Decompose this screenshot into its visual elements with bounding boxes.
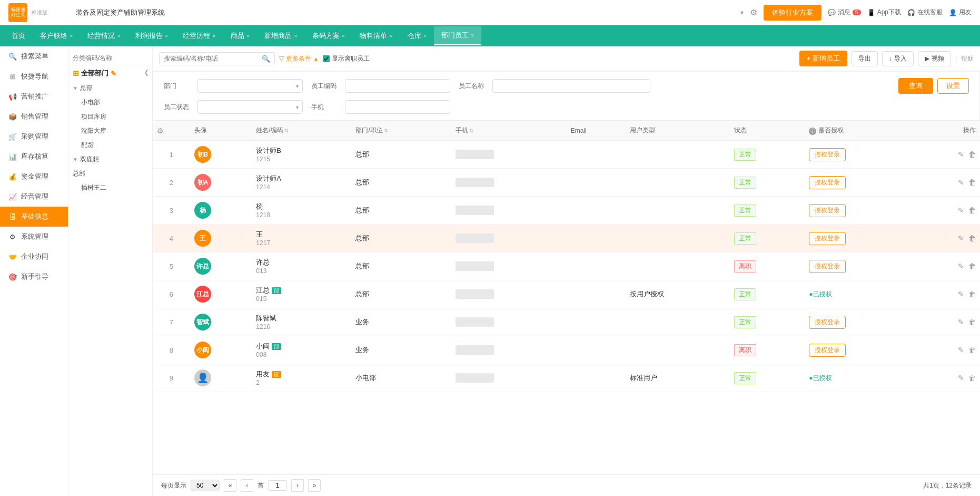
- nav-tab-利润报告[interactable]: 利润报告×: [128, 27, 175, 45]
- dept-item-配货[interactable]: 配货: [68, 138, 152, 152]
- sidebar-item-采购管理[interactable]: 🛒采购管理: [0, 127, 68, 147]
- emp-status-select[interactable]: [197, 100, 303, 114]
- sidebar-item-库存核算[interactable]: 📊库存核算: [0, 147, 68, 167]
- sidebar-item-销售管理[interactable]: 📦销售管理: [0, 106, 68, 127]
- first-page-btn[interactable]: «: [224, 479, 236, 492]
- delete-icon[interactable]: 🗑: [968, 234, 976, 242]
- sidebar-item-系统管理[interactable]: ⚙系统管理: [0, 227, 68, 247]
- sidebar-item-资金管理[interactable]: 💰资金管理: [0, 167, 68, 187]
- nav-tab-首页[interactable]: 首页: [4, 27, 33, 45]
- collapse-dept-btn[interactable]: 《: [141, 69, 148, 78]
- nav-tab-物料清单[interactable]: 物料清单×: [352, 27, 400, 45]
- dept-select[interactable]: [197, 79, 303, 93]
- edit-icon[interactable]: ✎: [958, 374, 964, 382]
- close-tab-icon[interactable]: ×: [342, 33, 345, 39]
- auth-info-icon[interactable]: ⓘ: [809, 128, 816, 135]
- close-tab-icon[interactable]: ×: [117, 33, 120, 39]
- dept-item-插树王二[interactable]: 插树王二: [68, 181, 152, 195]
- close-tab-icon[interactable]: ×: [212, 33, 215, 39]
- message-btn[interactable]: 💬 消息 5: [828, 8, 861, 17]
- page-size-select[interactable]: 50 10 20 100: [191, 480, 220, 491]
- delete-icon[interactable]: 🗑: [968, 206, 976, 215]
- dept-item-总部[interactable]: 总部: [68, 167, 152, 181]
- col-name-sort[interactable]: 姓名/编码: [256, 126, 347, 135]
- delete-icon[interactable]: 🗑: [968, 346, 976, 354]
- page-input[interactable]: [268, 480, 287, 491]
- edit-icon[interactable]: ✎: [958, 206, 964, 215]
- auth-login-btn[interactable]: 授权登录: [809, 232, 846, 245]
- col-phone-sort[interactable]: 手机: [456, 126, 562, 135]
- dept-item-项目库房[interactable]: 项目库房: [68, 110, 152, 124]
- add-employee-button[interactable]: + 新增员工: [799, 51, 847, 66]
- close-tab-icon[interactable]: ×: [165, 33, 168, 39]
- auth-login-btn[interactable]: 授权登录: [809, 344, 846, 357]
- trial-button[interactable]: 体验行业方案: [764, 5, 821, 21]
- more-filter-btn[interactable]: ▽ 更多条件 ▲: [279, 54, 319, 63]
- edit-icon[interactable]: ✎: [958, 346, 964, 354]
- auth-login-btn[interactable]: 授权登录: [809, 260, 846, 273]
- close-tab-icon[interactable]: ×: [70, 33, 73, 39]
- sidebar-item-快捷导航[interactable]: ⊞快捷导航: [0, 66, 68, 86]
- delete-icon[interactable]: 🗑: [968, 290, 976, 298]
- nav-tab-商品[interactable]: 商品×: [223, 27, 257, 45]
- help-btn[interactable]: 帮助: [961, 54, 974, 63]
- phone-input[interactable]: [345, 100, 450, 114]
- nav-tab-经营历程[interactable]: 经营历程×: [175, 27, 223, 45]
- sidebar-item-经营管理[interactable]: 📈经营管理: [0, 187, 68, 207]
- close-tab-icon[interactable]: ×: [423, 33, 427, 39]
- sidebar-item-基础信息[interactable]: 🗄基础信息: [0, 207, 68, 227]
- auth-login-btn[interactable]: 授权登录: [809, 204, 846, 217]
- app-download-btn[interactable]: 📱 App下载: [867, 8, 901, 17]
- dropdown-btn[interactable]: ▾: [740, 9, 744, 16]
- sidebar-item-新手引导[interactable]: 🎯新手引导: [0, 267, 68, 287]
- export-button[interactable]: 导出: [852, 51, 878, 66]
- edit-icon[interactable]: ✎: [958, 234, 964, 242]
- delete-icon[interactable]: 🗑: [968, 150, 976, 159]
- edit-icon[interactable]: ✎: [958, 262, 964, 270]
- edit-icon[interactable]: ✎: [958, 150, 964, 159]
- delete-icon[interactable]: 🗑: [968, 374, 976, 382]
- sidebar-item-营销推广[interactable]: 📢营销推广: [0, 86, 68, 106]
- auth-login-btn[interactable]: 授权登录: [809, 316, 846, 329]
- auth-login-btn[interactable]: 授权登录: [809, 148, 846, 161]
- sidebar-item-企业协同[interactable]: 🤝企业协同: [0, 247, 68, 267]
- close-tab-icon[interactable]: ×: [389, 33, 392, 39]
- next-page-btn[interactable]: ›: [291, 479, 304, 492]
- last-page-btn[interactable]: »: [308, 479, 321, 492]
- nav-tab-新增商品[interactable]: 新增商品×: [257, 27, 304, 45]
- settings-icon[interactable]: ⚙: [750, 7, 757, 17]
- nav-tab-条码方案[interactable]: 条码方案×: [305, 27, 352, 45]
- nav-tab-经营情况[interactable]: 经营情况×: [80, 27, 127, 45]
- dept-item-沈阳大库[interactable]: 沈阳大库: [68, 124, 152, 138]
- nav-tab-客户联络[interactable]: 客户联络×: [33, 27, 80, 45]
- emp-code-input[interactable]: [345, 79, 450, 93]
- col-dept-sort[interactable]: 部门/职位: [355, 126, 447, 135]
- delete-icon[interactable]: 🗑: [968, 318, 976, 326]
- nav-tab-部门员工[interactable]: 部门员工×: [434, 26, 481, 45]
- dept-search-input[interactable]: [73, 54, 152, 62]
- table-settings-icon[interactable]: ⚙: [157, 127, 164, 135]
- close-tab-icon[interactable]: ×: [246, 33, 250, 39]
- edit-icon[interactable]: ✎: [958, 178, 964, 187]
- user-btn[interactable]: 👤 用友: [949, 8, 972, 17]
- emp-name-input[interactable]: [492, 79, 650, 93]
- dept-item-总部[interactable]: ▼总部: [68, 81, 152, 95]
- close-tab-icon[interactable]: ×: [294, 33, 297, 39]
- set-button[interactable]: 设置: [937, 78, 969, 94]
- import-button[interactable]: ↓ 导入: [882, 51, 914, 66]
- online-service-btn[interactable]: 🎧 在线客服: [907, 8, 943, 17]
- search-button[interactable]: 查询: [898, 78, 933, 94]
- show-resigned-checkbox[interactable]: [323, 55, 330, 62]
- edit-icon[interactable]: ✎: [958, 318, 964, 326]
- prev-page-btn[interactable]: ‹: [241, 479, 253, 492]
- close-tab-icon[interactable]: ×: [471, 32, 474, 38]
- nav-tab-仓库[interactable]: 仓库×: [400, 27, 434, 45]
- dept-item-双鹿想[interactable]: ▼双鹿想: [68, 152, 152, 167]
- delete-icon[interactable]: 🗑: [968, 178, 976, 187]
- auth-login-btn[interactable]: 授权登录: [809, 176, 846, 189]
- delete-icon[interactable]: 🗑: [968, 262, 976, 270]
- search-employee-input[interactable]: [164, 55, 260, 62]
- edit-dept-icon[interactable]: ✎: [111, 70, 116, 77]
- sidebar-item-搜索菜单[interactable]: 🔍搜索菜单: [0, 46, 68, 66]
- edit-icon[interactable]: ✎: [958, 290, 964, 298]
